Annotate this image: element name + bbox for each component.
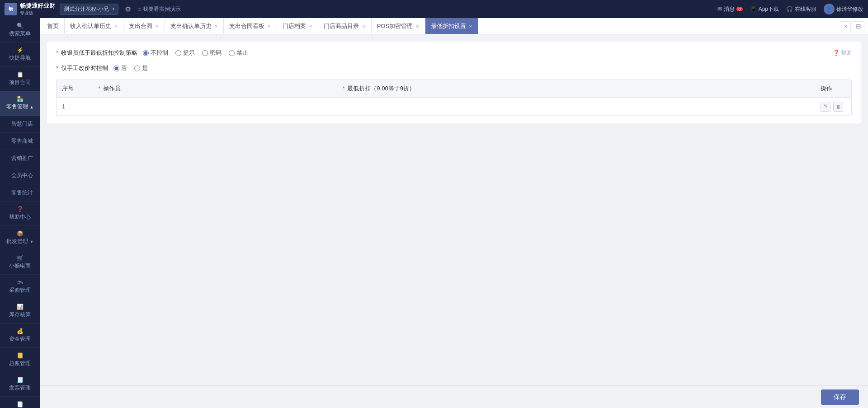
sidebar-item-tax-mgmt[interactable]: 📑 税务管理 bbox=[0, 397, 40, 408]
messages-btn[interactable]: ✉ 消息 8 bbox=[717, 5, 743, 13]
messages-label: 消息 bbox=[724, 5, 735, 13]
tab-payment-contract-board[interactable]: 支出合同看板 × bbox=[224, 18, 277, 34]
sidebar-item-invoice-mgmt[interactable]: 🧾 发票管理 bbox=[0, 372, 40, 397]
edit-row-1-btn[interactable]: ✎ bbox=[821, 102, 830, 112]
tab-payment-contract[interactable]: 支出合同 × bbox=[123, 18, 165, 34]
th-seq: 序号 bbox=[57, 80, 93, 97]
message-icon: ✉ bbox=[717, 6, 722, 12]
control-strategy-radio-group: 不控制 提示 密码 禁止 bbox=[143, 49, 248, 57]
radio-input-forbid[interactable] bbox=[229, 50, 235, 56]
sidebar-item-marketing[interactable]: 营销推广 bbox=[0, 150, 40, 167]
radio-label-password: 密码 bbox=[210, 49, 222, 57]
delete-row-1-btn[interactable]: 🗑 bbox=[833, 102, 843, 112]
tab-income-confirm-history[interactable]: 收入确认单历史 × bbox=[65, 18, 123, 34]
radio-tip[interactable]: 提示 bbox=[175, 49, 195, 57]
sidebar-item-retail-mgmt[interactable]: 🏪 零售管理 ▲ bbox=[0, 91, 40, 116]
bottom-bar: 保存 bbox=[40, 385, 868, 408]
sidebar-label-shortcuts: 快捷导航 bbox=[9, 54, 31, 62]
sidebar-label-project-contract: 项目合同 bbox=[9, 79, 31, 86]
td-action-1: ✎ 🗑 bbox=[815, 98, 851, 115]
tab-close-current-btn[interactable]: × bbox=[841, 21, 851, 31]
sidebar-item-wholesale-mgmt[interactable]: 📦 批发管理 ▼ bbox=[0, 226, 40, 250]
required-star-2: * bbox=[56, 65, 58, 71]
tab-close-store-product-catalog[interactable]: × bbox=[362, 23, 365, 29]
radio-no-control[interactable]: 不控制 bbox=[143, 49, 168, 57]
wholesale-row: 批发管理 ▼ bbox=[6, 238, 34, 245]
save-button[interactable]: 保存 bbox=[821, 389, 859, 405]
sidebar-label-capital-mgmt: 资金管理 bbox=[9, 335, 31, 343]
sidebar-item-ecommerce[interactable]: 🛒 小畅电商 bbox=[0, 250, 40, 275]
messages-badge: 8 bbox=[736, 7, 743, 11]
sidebar-label-ledger-mgmt: 总账管理 bbox=[9, 360, 31, 367]
radio-manual-no[interactable]: 否 bbox=[113, 64, 127, 72]
project-selector[interactable]: 测试分开花程-小兄 bbox=[60, 4, 118, 15]
radio-input-password[interactable] bbox=[202, 50, 208, 56]
tab-close-min-discount-setting[interactable]: × bbox=[469, 23, 472, 29]
retail-icon: 🏪 bbox=[17, 96, 24, 102]
radio-manual-yes[interactable]: 是 bbox=[134, 64, 148, 72]
demo-link-text: 我要看实例演示 bbox=[143, 5, 181, 13]
sidebar-item-retail-stats[interactable]: 零售统计 bbox=[0, 184, 40, 202]
tab-close-pos-password-mgmt[interactable]: × bbox=[415, 23, 419, 29]
radio-label-no-control: 不控制 bbox=[151, 49, 168, 57]
sidebar-item-search[interactable]: 🔍 搜索菜单 bbox=[0, 18, 40, 42]
tab-label-payment-confirm-history: 支出确认单历史 bbox=[170, 22, 212, 30]
tab-pos-password-mgmt[interactable]: POS加密管理 × bbox=[372, 18, 425, 34]
radio-input-no-control[interactable] bbox=[143, 50, 149, 56]
demo-link[interactable]: 我要看实例演示 bbox=[137, 5, 181, 13]
settings-icon[interactable]: ⚙ bbox=[123, 4, 133, 14]
tab-store-archive[interactable]: 门店档案 × bbox=[277, 18, 318, 34]
tab-menu-btn[interactable]: ⊟ bbox=[853, 21, 864, 31]
inventory-icon: 📊 bbox=[17, 304, 24, 310]
radio-password[interactable]: 密码 bbox=[202, 49, 222, 57]
sidebar-item-capital-mgmt[interactable]: 💰 资金管理 bbox=[0, 324, 40, 348]
header-right: ✉ 消息 8 📱 App下载 🎧 在线客服 👤 徐泽华修改 bbox=[717, 4, 863, 14]
online-service-btn[interactable]: 🎧 在线客服 bbox=[786, 5, 816, 13]
top-header: 畅 畅捷通好业财 专业版 测试分开花程-小兄 ⚙ 我要看实例演示 ✉ 消息 8 … bbox=[0, 0, 868, 18]
sidebar-item-inventory[interactable]: 📊 库存核算 bbox=[0, 299, 40, 324]
app-download-btn[interactable]: 📱 App下载 bbox=[750, 5, 779, 13]
retail-mgmt-row: 零售管理 ▲ bbox=[6, 103, 34, 111]
help-link[interactable]: ❓ 帮助 bbox=[833, 49, 852, 57]
tab-close-store-archive[interactable]: × bbox=[309, 23, 312, 29]
sidebar-item-member-center[interactable]: 会员中心 bbox=[0, 167, 40, 184]
sidebar-item-shortcuts[interactable]: ⚡ 快捷导航 bbox=[0, 42, 40, 67]
tab-store-product-catalog[interactable]: 门店商品目录 × bbox=[318, 18, 371, 34]
tab-min-discount-setting[interactable]: 最低折扣设置 × bbox=[425, 18, 478, 34]
sidebar-label-retail-stats: 零售统计 bbox=[11, 189, 33, 197]
tab-close-payment-contract-board[interactable]: × bbox=[267, 23, 271, 29]
tab-home[interactable]: 首页 bbox=[42, 18, 65, 34]
sidebar-item-purchase-mgmt[interactable]: 🛍 采购管理 bbox=[0, 275, 40, 299]
radio-forbid[interactable]: 禁止 bbox=[229, 49, 248, 57]
tab-close-payment-contract[interactable]: × bbox=[155, 23, 159, 29]
sidebar-item-help-center[interactable]: ❓ 帮助中心 bbox=[0, 202, 40, 226]
td-operator-1 bbox=[93, 103, 337, 110]
sidebar-item-retail-mall[interactable]: 零售商城 bbox=[0, 133, 40, 150]
content-area: 首页 收入确认单历史 × 支出合同 × 支出确认单历史 × 支出合同看板 × 门… bbox=[40, 18, 868, 408]
contract-icon: 📋 bbox=[17, 71, 24, 78]
shortcuts-icon: ⚡ bbox=[17, 47, 24, 53]
tab-label-store-archive: 门店档案 bbox=[283, 22, 306, 30]
header-left: 畅 畅捷通好业财 专业版 测试分开花程-小兄 ⚙ 我要看实例演示 bbox=[5, 2, 181, 16]
avatar: 👤 bbox=[824, 4, 835, 14]
radio-label-forbid: 禁止 bbox=[236, 49, 248, 57]
sidebar: 🔍 搜索菜单 ⚡ 快捷导航 📋 项目合同 🏪 零售管理 ▲ 智慧门店 零售商城 … bbox=[0, 18, 40, 408]
radio-input-manual-yes[interactable] bbox=[134, 66, 140, 71]
table-body: 1 ✎ 🗑 bbox=[57, 98, 851, 116]
sidebar-item-ledger-mgmt[interactable]: 📒 总账管理 bbox=[0, 348, 40, 372]
sidebar-item-smart-store[interactable]: 智慧门店 bbox=[0, 116, 40, 133]
tab-close-income-confirm-history[interactable]: × bbox=[114, 23, 118, 29]
discount-table: 序号 * 操作员 * 最低折扣（9.00等于9折） 操作 1 bbox=[56, 80, 852, 116]
radio-input-tip[interactable] bbox=[175, 50, 181, 56]
user-btn[interactable]: 👤 徐泽华修改 bbox=[824, 4, 863, 14]
tab-payment-confirm-history[interactable]: 支出确认单历史 × bbox=[165, 18, 224, 34]
manual-price-row: * 仅手工改价时控制 否 是 bbox=[56, 64, 852, 72]
tab-close-payment-confirm-history[interactable]: × bbox=[214, 23, 218, 29]
radio-input-manual-no[interactable] bbox=[113, 66, 119, 71]
required-star-1: * bbox=[56, 49, 58, 56]
user-name: 徐泽华修改 bbox=[836, 5, 863, 13]
sidebar-item-project-contract[interactable]: 📋 项目合同 bbox=[0, 67, 40, 91]
sidebar-label-wholesale-mgmt: 批发管理 bbox=[6, 238, 28, 245]
radio-label-manual-no: 否 bbox=[121, 64, 127, 72]
settings-card: * 收银员低于最低折扣控制策略 不控制 提示 bbox=[47, 42, 861, 123]
